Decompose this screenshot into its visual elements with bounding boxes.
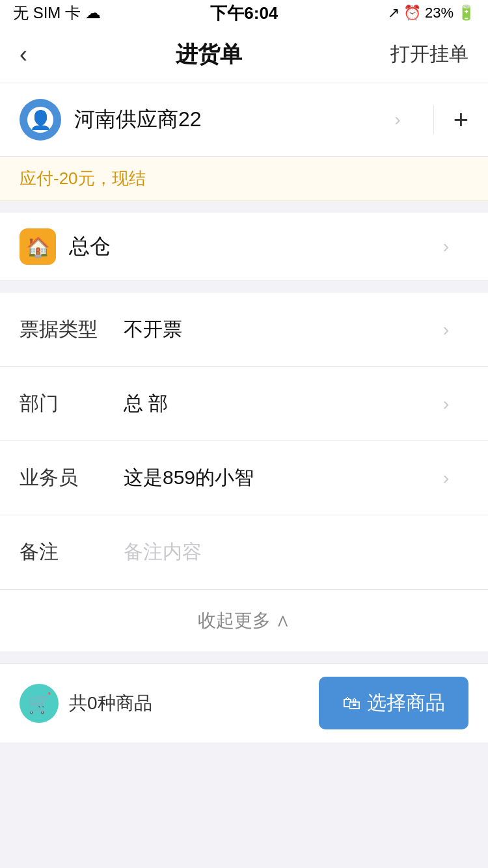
- department-label: 部门: [20, 390, 111, 417]
- product-count-wrap: 🛒 共0种商品: [20, 684, 152, 723]
- status-time: 下午6:04: [210, 2, 278, 25]
- warehouse-section: 🏠 总仓 ›: [0, 213, 488, 281]
- notice-banner: 应付-20元，现结: [0, 157, 488, 201]
- battery-icon: 🔋: [457, 5, 475, 21]
- select-product-icon: 🛍: [342, 692, 360, 714]
- status-left: 无 SIM 卡 ☁: [13, 3, 101, 23]
- gap1: [0, 201, 488, 213]
- collapse-label: 收起更多 ∧: [198, 608, 291, 633]
- sim-status: 无 SIM 卡 ☁: [13, 3, 101, 23]
- warehouse-icon: 🏠: [20, 228, 56, 265]
- person-icon: 👤: [29, 109, 52, 131]
- form-section: 票据类型 不开票 › 部门 总 部 › 业务员 这是859的小智 › 备注 备注…: [0, 293, 488, 651]
- invoice-type-chevron-icon: ›: [443, 319, 449, 340]
- supplier-chevron-icon: ›: [394, 109, 400, 130]
- supplier-row[interactable]: 👤 河南供应商22 › +: [0, 83, 488, 157]
- content-area: 👤 河南供应商22 › + 应付-20元，现结 🏠 总仓 › 票据类型 不开票 …: [0, 83, 488, 868]
- invoice-type-value: 不开票: [111, 316, 443, 343]
- remark-row[interactable]: 备注 备注内容: [0, 515, 488, 590]
- gap2: [0, 281, 488, 293]
- department-row[interactable]: 部门 总 部 ›: [0, 367, 488, 441]
- salesperson-chevron-icon: ›: [443, 468, 449, 489]
- nav-bar: ‹ 进货单 打开挂单: [0, 26, 488, 83]
- back-button[interactable]: ‹: [20, 41, 27, 68]
- supplier-avatar: 👤: [20, 99, 61, 141]
- status-right: ↗ ⏰ 23% 🔋: [388, 5, 475, 21]
- remark-label: 备注: [20, 539, 111, 565]
- select-product-label: 选择商品: [367, 690, 445, 716]
- divider: [433, 105, 434, 134]
- select-product-button[interactable]: 🛍 选择商品: [319, 677, 468, 729]
- gray-area: [0, 742, 488, 868]
- bottom-bar: 🛒 共0种商品 🛍 选择商品: [0, 663, 488, 742]
- add-button[interactable]: +: [454, 105, 468, 135]
- remark-input[interactable]: 备注内容: [111, 539, 468, 565]
- warehouse-row[interactable]: 🏠 总仓 ›: [0, 213, 488, 281]
- warehouse-chevron-icon: ›: [443, 236, 449, 257]
- alarm-icon: ⏰: [403, 5, 421, 21]
- invoice-type-label: 票据类型: [20, 316, 111, 343]
- salesperson-row[interactable]: 业务员 这是859的小智 ›: [0, 441, 488, 515]
- open-pending-button[interactable]: 打开挂单: [390, 41, 468, 68]
- location-icon: ↗: [388, 5, 400, 21]
- supplier-name: 河南供应商22: [74, 105, 394, 134]
- product-count-text: 共0种商品: [69, 691, 152, 716]
- supplier-section: 👤 河南供应商22 › + 应付-20元，现结: [0, 83, 488, 201]
- battery-text: 23%: [425, 5, 454, 21]
- product-icon: 🛒: [20, 684, 59, 723]
- avatar-inner: 👤: [27, 107, 53, 133]
- status-bar: 无 SIM 卡 ☁ 下午6:04 ↗ ⏰ 23% 🔋: [0, 0, 488, 26]
- warehouse-name: 总仓: [69, 232, 443, 261]
- salesperson-value: 这是859的小智: [111, 465, 443, 491]
- page-title: 进货单: [176, 40, 242, 70]
- department-value: 总 部: [111, 390, 443, 417]
- department-chevron-icon: ›: [443, 394, 449, 414]
- invoice-type-row[interactable]: 票据类型 不开票 ›: [0, 293, 488, 367]
- collapse-button[interactable]: 收起更多 ∧: [0, 590, 488, 651]
- salesperson-label: 业务员: [20, 465, 111, 491]
